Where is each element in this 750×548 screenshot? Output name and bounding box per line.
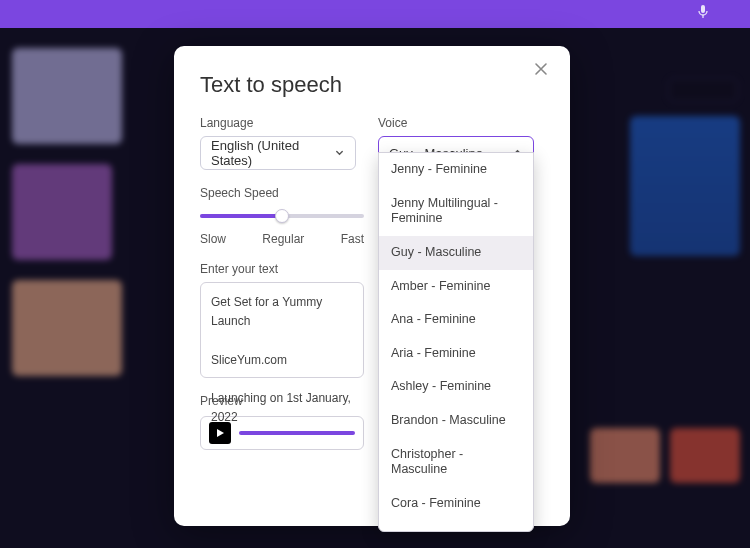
voice-option[interactable]: Ana - Feminine [379,303,533,337]
voice-option[interactable]: Jenny - Feminine [379,153,533,187]
speed-slider[interactable] [200,206,364,226]
svg-rect-0 [701,5,705,13]
language-select[interactable]: English (United States) [200,136,356,170]
slider-thumb[interactable] [275,209,289,223]
voice-option[interactable]: Elizabeth - Feminine [379,521,533,533]
language-label: Language [200,116,356,130]
text-input[interactable]: Get Set for a Yummy Launch SliceYum.com … [200,282,364,378]
voice-option[interactable]: Ashley - Feminine [379,370,533,404]
voice-option[interactable]: Guy - Masculine [379,236,533,270]
modal-title: Text to speech [200,72,548,98]
preview-player [200,416,364,450]
text-label: Enter your text [200,262,364,276]
speed-tick-regular: Regular [262,232,304,246]
preview-progress[interactable] [239,431,355,435]
voice-option[interactable]: Cora - Feminine [379,487,533,521]
app-topbar [0,0,750,28]
play-button[interactable] [209,422,231,444]
text-to-speech-modal: Text to speech Language English (United … [174,46,570,526]
speed-tick-slow: Slow [200,232,226,246]
voice-option[interactable]: Brandon - Masculine [379,404,533,438]
voice-option[interactable]: Amber - Feminine [379,270,533,304]
speed-label: Speech Speed [200,186,364,200]
speed-tick-fast: Fast [341,232,364,246]
voice-option[interactable]: Aria - Feminine [379,337,533,371]
chevron-down-icon [334,146,345,161]
language-selected-value: English (United States) [211,138,334,168]
mic-icon[interactable] [696,4,710,24]
voice-option[interactable]: Christopher - Masculine [379,438,533,487]
close-icon[interactable] [534,62,552,80]
voice-option[interactable]: Jenny Multilingual - Feminine [379,187,533,236]
voice-label: Voice [378,116,534,130]
voice-dropdown-list[interactable]: Jenny - FeminineJenny Multilingual - Fem… [379,153,533,532]
voice-dropdown: Jenny - FeminineJenny Multilingual - Fem… [378,152,534,532]
